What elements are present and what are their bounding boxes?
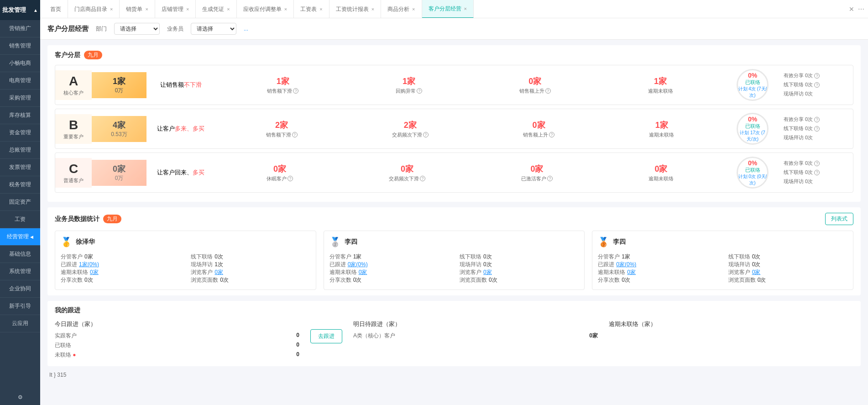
more-filters-btn[interactable]: ...: [244, 26, 248, 32]
followup-section: 我的跟进 今日跟进（家） 实跟客户 0 已联络 0 未联络 ● 0: [47, 301, 861, 366]
sidebar-item-base-info[interactable]: 基础信息: [0, 246, 40, 263]
salesman-card-1: 🥈 李四 分管客户 1家 已跟进 0家(0%): [324, 231, 585, 290]
stat-a-sales-decline[interactable]: 1家 销售额下滑 ?: [267, 76, 298, 95]
tier-b-label: B 重要客户: [55, 114, 92, 144]
today-followup: 今日跟进（家） 实跟客户 0 已联络 0 未联络 ● 0: [55, 320, 299, 361]
salesman-2-stat-browse-customer: 浏览客户 0家: [728, 268, 847, 276]
tab-close-payroll-report[interactable]: ×: [371, 0, 374, 18]
tier-b-contact-circle: 0% 已联络 计划 17次 (7天/次): [725, 109, 780, 148]
salesman-0-name: 徐泽华: [76, 238, 95, 246]
followup-title: 我的跟进: [55, 306, 853, 315]
stat-c-freq-decline[interactable]: 0家 交易频次下滑 ?: [389, 163, 425, 182]
tab-close-sales-order[interactable]: ×: [145, 0, 148, 18]
stat-c-activated[interactable]: 0家 已激活客户 ?: [521, 163, 553, 182]
tab-home[interactable]: 首页: [44, 0, 68, 18]
stat-a-repurchase-abnormal[interactable]: 1家 回购异常 ?: [396, 76, 422, 95]
today-row-not-contacted: 未联络 ● 0: [55, 351, 299, 359]
tier-c-extra: 有效分享 0次 ? 线下联络 0次 ? 现场拜访 0次: [780, 155, 853, 189]
sidebar-item-purchase[interactable]: 采购管理: [0, 89, 40, 107]
tab-close-all-icon[interactable]: ✕: [849, 5, 854, 13]
sidebar: 批发管理 ▲ 营销推广 销售管理 小畅电商 电商管理 采购管理 库存核算 资金管…: [0, 0, 40, 405]
sidebar-item-ledger[interactable]: 总账管理: [0, 142, 40, 159]
tab-generate-voucher[interactable]: 生成凭证 ×: [196, 0, 236, 18]
dept-select[interactable]: 请选择: [114, 23, 160, 35]
salesman-2-name: 李四: [613, 238, 626, 246]
sidebar-item-sys[interactable]: 系统管理: [0, 263, 40, 280]
sales-select[interactable]: 请选择: [191, 23, 236, 35]
content-area: 客户分层 九月 A 核心客户 1家 0万 让销售额不下滑 1家: [40, 40, 868, 405]
tab-close-store-manage[interactable]: ×: [186, 0, 189, 18]
tier-c-slogan: 让客户回来、多买: [146, 165, 215, 180]
customer-tier-badge: 九月: [84, 51, 102, 59]
salesman-0-stat-overdue: 逾期未联络 0家: [61, 268, 180, 276]
sidebar-item-fixed-assets[interactable]: 固定资产: [0, 194, 40, 211]
salesman-1-stat-visit: 现场拜访 0次: [460, 261, 579, 268]
tab-close-store-products[interactable]: ×: [110, 0, 113, 18]
tab-more-icon[interactable]: ⋯: [858, 5, 864, 13]
tier-a-amount: 1家 0万: [92, 72, 146, 98]
sidebar-toggle-icon[interactable]: ▲: [33, 8, 38, 13]
sidebar-item-salary[interactable]: 工资: [0, 211, 40, 228]
salesman-0-stat-shares: 分享次数 0次: [61, 276, 180, 284]
sidebar-item-sales[interactable]: 销售管理: [0, 37, 40, 55]
salesman-1-stat-browse-pages: 浏览页面数 0次: [460, 276, 579, 284]
sidebar-item-management[interactable]: 经营管理 ◀: [0, 228, 40, 246]
stat-b-freq-decline[interactable]: 2家 交易频次下滑 ?: [392, 120, 429, 138]
tier-a-slogan: 让销售额不下滑: [146, 77, 215, 93]
stat-b-sales-decline[interactable]: 2家 销售额下滑 ?: [266, 120, 298, 138]
salesman-0-stat-offline: 线下联络 0次: [191, 253, 310, 261]
sidebar-item-guide[interactable]: 新手引导: [0, 298, 40, 315]
salesman-0-stat-browse-pages: 浏览页面数 0次: [191, 276, 310, 284]
tab-close-product-analysis[interactable]: ×: [412, 0, 415, 18]
stat-c-dormant[interactable]: 0家 休眠客户 ?: [267, 163, 293, 182]
salesman-0-stat-managed: 分管客户 0家: [61, 253, 180, 261]
salesman-0-medal: 🥇: [61, 237, 72, 247]
stat-c-overdue[interactable]: 0家 逾期未联络: [648, 163, 674, 182]
sidebar-item-finance[interactable]: 资金管理: [0, 124, 40, 142]
tab-receivable-adjustment[interactable]: 应收应付调整单 ×: [237, 0, 294, 18]
tab-payroll[interactable]: 工资表 ×: [294, 0, 329, 18]
sidebar-item-marketing[interactable]: 营销推广: [0, 20, 40, 37]
tier-a-label: A 核心客户: [55, 70, 92, 100]
sidebar-item-inventory[interactable]: 库存核算: [0, 107, 40, 124]
dept-label: 部门: [96, 25, 107, 33]
sidebar-item-ecommerce[interactable]: 电商管理: [0, 72, 40, 89]
tier-row-b: B 重要客户 4家 0.53万 让客户多来、多买 2家 销售额下滑 ? 2: [55, 109, 853, 149]
stat-b-overdue[interactable]: 1家 逾期未联络: [649, 120, 674, 138]
salesman-2-stat-overdue: 逾期未联络 0家: [598, 268, 717, 276]
tier-row-a: A 核心客户 1家 0万 让销售额不下滑 1家 销售额下滑 ? 1家: [55, 65, 853, 105]
salesman-section-header: 业务员数据统计 九月 列表式: [55, 213, 853, 225]
tab-payroll-report[interactable]: 工资统计报表 ×: [329, 0, 381, 18]
tab-store-products[interactable]: 门店商品目录 ×: [68, 0, 120, 18]
tomorrow-row-a: A类（核心）客户 0家: [353, 332, 598, 340]
tab-close-receivable-adjustment[interactable]: ×: [284, 0, 287, 18]
tab-sales-order[interactable]: 销货单 ×: [120, 0, 155, 18]
status-bar: It } 315: [47, 370, 861, 380]
tab-close-customer-tier[interactable]: ×: [464, 0, 467, 18]
tier-c-label: C 普通客户: [55, 158, 92, 188]
sidebar-settings[interactable]: ⚙: [0, 389, 40, 405]
sidebar-item-invoice[interactable]: 发票管理: [0, 159, 40, 176]
tab-close-generate-voucher[interactable]: ×: [227, 0, 230, 18]
tier-c-contact-circle: 0% 已联络 计划 0次 (0天/次): [725, 153, 780, 192]
salesman-2-stat-browse-pages: 浏览页面数 0次: [728, 276, 847, 284]
stat-b-sales-rise[interactable]: 0家 销售额上升 ?: [523, 120, 554, 138]
stat-a-overdue[interactable]: 1家 逾期未联络: [648, 76, 673, 95]
list-mode-button[interactable]: 列表式: [825, 213, 853, 225]
goto-followup-button[interactable]: 去跟进: [310, 329, 342, 343]
customer-tier-header: 客户分层 九月: [55, 51, 853, 59]
tab-customer-tier[interactable]: 客户分层经营 ×: [422, 0, 474, 18]
stat-a-sales-rise[interactable]: 0家 销售额上升 ?: [519, 76, 551, 95]
sidebar-item-collab[interactable]: 企业协同: [0, 280, 40, 298]
sidebar-item-ecommerce-small[interactable]: 小畅电商: [0, 55, 40, 72]
tab-store-manage[interactable]: 店铺管理 ×: [155, 0, 196, 18]
salesman-2-stat-visit: 现场拜访 0次: [728, 261, 847, 268]
sidebar-item-tax[interactable]: 税务管理: [0, 176, 40, 194]
salesman-0-stat-followed: 已跟进 1家(0%): [61, 261, 180, 268]
today-followup-title: 今日跟进（家）: [55, 320, 299, 328]
tab-close-payroll[interactable]: ×: [319, 0, 322, 18]
salesman-2-stat-followed: 已跟进 0家(0%): [598, 261, 717, 268]
sidebar-item-cloud[interactable]: 云应用: [0, 315, 40, 332]
tier-c-stats: 0家 休眠客户 ? 0家 交易频次下滑 ? 0家 已激活客户 ? 0家 逾期未联…: [215, 160, 725, 186]
tab-product-analysis[interactable]: 商品分析 ×: [381, 0, 422, 18]
